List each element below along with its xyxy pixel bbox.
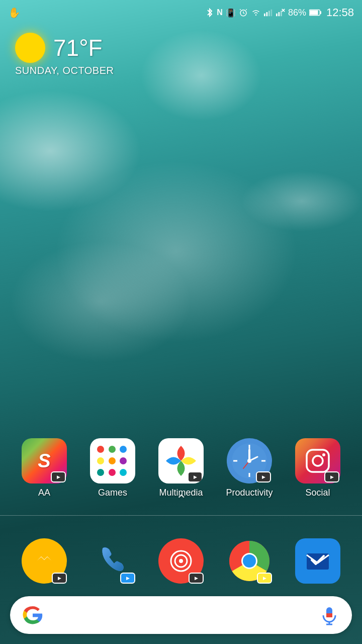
dock-phone[interactable] <box>90 538 135 584</box>
dot-pink-1 <box>109 469 116 476</box>
messenger-svg <box>30 547 58 575</box>
dot-orange-1 <box>109 457 116 464</box>
svg-rect-15 <box>310 10 318 15</box>
svg-rect-16 <box>320 11 321 14</box>
signal2-icon <box>276 9 285 17</box>
svg-point-38 <box>243 554 256 568</box>
aa-letter: S <box>38 450 50 472</box>
svg-rect-44 <box>326 613 332 617</box>
dock-messenger[interactable] <box>22 538 67 584</box>
dock-divider <box>0 515 362 516</box>
dot-blue-1 <box>120 446 127 453</box>
dock-pocket[interactable] <box>158 538 204 584</box>
bottom-dock <box>0 538 362 584</box>
weather-date: SUNDAY, OCTOBER <box>15 65 114 76</box>
status-time: 12:58 <box>326 6 354 19</box>
messenger-badge <box>52 573 67 584</box>
nfc-icon: N <box>217 8 223 17</box>
wifi-icon <box>251 9 261 17</box>
productivity-badge <box>256 471 271 482</box>
home-screen: ✋ N 📳 <box>0 0 362 644</box>
status-bar-left: ✋ <box>8 7 21 19</box>
dot-teal-1 <box>97 469 104 476</box>
instagram-svg <box>305 448 331 474</box>
chrome-badge <box>257 573 272 584</box>
app-aa[interactable]: S AA <box>14 438 74 498</box>
alarm-icon <box>239 8 248 17</box>
dot-purple-1 <box>120 457 127 464</box>
svg-point-28 <box>313 456 323 466</box>
battery-percentage: 86% <box>288 8 306 18</box>
weather-widget[interactable]: 71°F SUNDAY, OCTOBER <box>15 33 114 76</box>
status-bar-right: N 📳 <box>206 6 354 19</box>
main-apps-row: S AA Games <box>0 438 362 498</box>
aa-badge <box>51 471 66 482</box>
svg-rect-5 <box>264 14 265 16</box>
app-productivity[interactable]: Productivity <box>219 438 280 498</box>
app-drawer-chevron[interactable]: ⌃ <box>175 492 187 508</box>
app-social-icon[interactable] <box>295 438 340 484</box>
google-search-bar[interactable] <box>10 596 352 634</box>
app-games-label: Games <box>98 488 127 498</box>
svg-line-4 <box>246 9 247 10</box>
svg-rect-10 <box>278 12 280 16</box>
svg-rect-11 <box>281 11 282 16</box>
signal-icon <box>264 9 273 17</box>
svg-line-3 <box>240 9 241 10</box>
bluetooth-icon <box>206 7 214 18</box>
app-productivity-label: Productivity <box>226 488 273 498</box>
social-badge <box>324 471 339 482</box>
mic-icon[interactable] <box>319 605 339 625</box>
svg-point-35 <box>179 559 183 563</box>
app-aa-label: AA <box>38 488 50 498</box>
battery-icon <box>309 9 321 16</box>
svg-point-26 <box>247 459 251 463</box>
app-social-label: Social <box>305 488 330 498</box>
pocket-svg <box>166 546 196 576</box>
app-multimedia[interactable]: Multimedia <box>151 438 211 498</box>
pocket-badge <box>189 573 204 584</box>
svg-rect-9 <box>276 14 278 16</box>
inbox-svg <box>303 546 333 576</box>
app-multimedia-icon[interactable] <box>158 438 204 484</box>
svg-rect-8 <box>270 10 272 17</box>
svg-line-2 <box>243 13 244 14</box>
app-games[interactable]: Games <box>82 438 143 498</box>
multimedia-badge <box>188 471 203 482</box>
svg-point-29 <box>322 453 325 456</box>
touch-gesture-icon: ✋ <box>8 7 21 19</box>
svg-rect-6 <box>266 12 267 16</box>
sun-icon <box>15 33 45 63</box>
svg-rect-27 <box>307 450 329 472</box>
app-games-icon[interactable] <box>90 438 135 484</box>
app-productivity-icon[interactable] <box>227 438 272 484</box>
google-logo <box>23 605 43 625</box>
dock-inbox[interactable] <box>295 538 340 584</box>
dot-green-1 <box>109 446 116 453</box>
status-bar: ✋ N 📳 <box>0 0 362 25</box>
inbox-icon[interactable] <box>295 538 340 584</box>
svg-rect-7 <box>268 11 270 16</box>
dot-yellow-1 <box>97 457 104 464</box>
dot-red-1 <box>97 446 104 453</box>
weather-temperature: 71°F <box>53 34 103 61</box>
app-aa-icon[interactable]: S <box>22 438 67 484</box>
vibrate-icon: 📳 <box>226 8 236 18</box>
phone-badge <box>120 573 135 584</box>
dot-cyan-1 <box>120 469 127 476</box>
app-social[interactable]: Social <box>288 438 348 498</box>
dock-chrome[interactable] <box>227 538 272 584</box>
